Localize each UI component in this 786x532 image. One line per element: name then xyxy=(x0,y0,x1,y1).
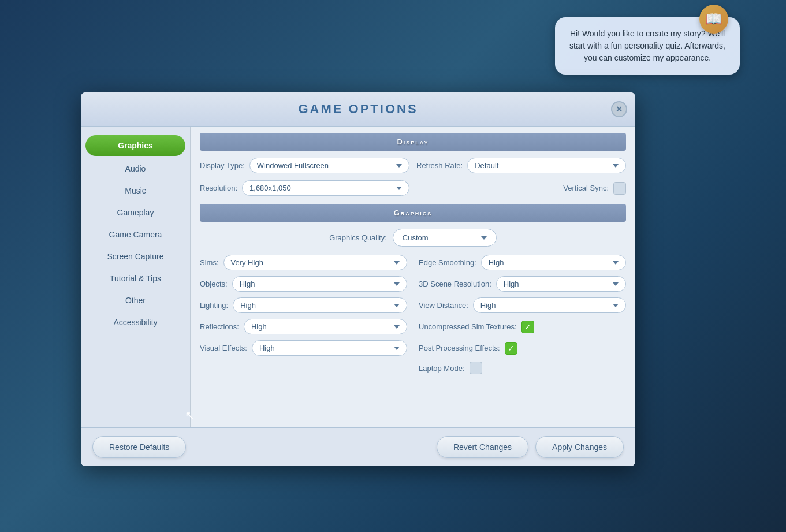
edge-smoothing-dropdown[interactable]: High xyxy=(481,255,626,270)
sims-label: Sims: xyxy=(200,258,219,267)
sidebar-item-music[interactable]: Music xyxy=(85,180,185,201)
display-type-label: Display Type: xyxy=(200,161,245,170)
lighting-label: Lighting: xyxy=(200,301,228,310)
view-distance-dropdown[interactable]: High xyxy=(473,297,626,313)
game-options-dialog: Game Options ✕ Graphics Audio Music Game… xyxy=(81,92,635,466)
refresh-rate-label: Refresh Rate: xyxy=(416,161,463,170)
refresh-rate-dropdown[interactable]: Default xyxy=(467,158,626,173)
dialog-header: Game Options ✕ xyxy=(81,92,635,127)
dropdown-arrow-icon xyxy=(396,187,402,190)
dialog-title: Game Options xyxy=(298,102,418,116)
dropdown-arrow-icon xyxy=(613,261,619,265)
view-distance-label: View Distance: xyxy=(419,301,468,310)
display-type-dropdown[interactable]: Windowed Fullscreen xyxy=(249,158,409,173)
uncompressed-textures-label: Uncompressed Sim Textures: xyxy=(419,322,517,331)
scene-resolution-dropdown[interactable]: High xyxy=(496,276,626,292)
resolution-row: Resolution: 1,680x1,050 xyxy=(200,180,409,196)
scene-resolution-row: 3D Scene Resolution: High xyxy=(419,276,626,292)
footer-right-buttons: Revert Changes Apply Changes xyxy=(437,436,624,458)
graphics-quality-label: Graphics Quality: xyxy=(329,233,387,242)
objects-label: Objects: xyxy=(200,280,228,288)
dialog-body: Graphics Audio Music Gameplay Game Camer… xyxy=(81,127,635,427)
sidebar-item-tutorial[interactable]: Tutorial & Tips xyxy=(85,268,185,289)
visual-effects-label: Visual Effects: xyxy=(200,344,247,352)
laptop-mode-checkbox[interactable] xyxy=(470,362,482,374)
sidebar-item-accessibility[interactable]: Accessibility xyxy=(85,312,185,333)
post-processing-checkbox[interactable]: ✓ xyxy=(505,342,517,355)
laptop-mode-row: Laptop Mode: xyxy=(419,362,626,374)
uncompressed-textures-row: Uncompressed Sim Textures: ✓ xyxy=(419,319,626,334)
scene-resolution-label: 3D Scene Resolution: xyxy=(419,280,491,288)
dropdown-arrow-icon xyxy=(396,164,402,168)
visual-effects-dropdown[interactable]: High xyxy=(252,340,407,356)
lighting-dropdown[interactable]: High xyxy=(233,297,407,313)
display-type-row: Display Type: Windowed Fullscreen xyxy=(200,158,409,173)
edge-smoothing-row: Edge Smoothing: High xyxy=(419,255,626,270)
dropdown-arrow-icon xyxy=(394,261,400,265)
vertical-sync-row: Vertical Sync: xyxy=(416,180,626,196)
laptop-mode-label: Laptop Mode: xyxy=(419,364,465,373)
reflections-label: Reflections: xyxy=(200,322,239,331)
tooltip-bubble: 📖 Hi! Would you like to create my story?… xyxy=(555,17,740,75)
refresh-rate-row: Refresh Rate: Default xyxy=(416,158,626,173)
post-processing-row: Post Processing Effects: ✓ xyxy=(419,340,626,356)
sidebar-item-graphics[interactable]: Graphics xyxy=(85,135,185,156)
display-settings-grid: Display Type: Windowed Fullscreen Refres… xyxy=(200,158,626,196)
objects-row: Objects: High xyxy=(200,276,407,292)
dropdown-arrow-icon xyxy=(394,347,400,350)
main-content: Display Display Type: Windowed Fullscree… xyxy=(191,127,635,427)
tooltip-icon: 📖 xyxy=(699,5,728,34)
lighting-row: Lighting: High xyxy=(200,297,407,313)
uncompressed-textures-checkbox[interactable]: ✓ xyxy=(521,321,534,333)
graphics-quality-row: Graphics Quality: Custom xyxy=(200,229,626,247)
edge-smoothing-label: Edge Smoothing: xyxy=(419,258,476,267)
apply-changes-button[interactable]: Apply Changes xyxy=(535,436,624,458)
vertical-sync-label: Vertical Sync: xyxy=(563,184,609,192)
graphics-section-header: Graphics xyxy=(200,204,626,222)
reflections-dropdown[interactable]: High xyxy=(244,319,407,334)
dialog-footer: Restore Defaults Revert Changes Apply Ch… xyxy=(81,427,635,466)
vertical-sync-checkbox[interactable] xyxy=(613,182,626,195)
post-processing-label: Post Processing Effects: xyxy=(419,344,500,352)
sidebar-item-gameplay[interactable]: Gameplay xyxy=(85,202,185,223)
sims-row: Sims: Very High xyxy=(200,255,407,270)
graphics-quality-dropdown[interactable]: Custom xyxy=(393,229,497,247)
objects-dropdown[interactable]: High xyxy=(232,276,407,292)
dropdown-arrow-icon xyxy=(481,236,487,240)
close-button[interactable]: ✕ xyxy=(611,101,627,117)
restore-defaults-button[interactable]: Restore Defaults xyxy=(92,436,186,458)
tooltip-text: Hi! Would you like to create my story? W… xyxy=(569,29,725,62)
resolution-dropdown[interactable]: 1,680x1,050 xyxy=(242,180,409,196)
sidebar: Graphics Audio Music Gameplay Game Camer… xyxy=(81,127,191,427)
view-distance-row: View Distance: High xyxy=(419,297,626,313)
sidebar-item-other[interactable]: Other xyxy=(85,290,185,311)
dropdown-arrow-icon xyxy=(394,282,400,286)
dropdown-arrow-icon xyxy=(394,304,400,307)
sidebar-item-game-camera[interactable]: Game Camera xyxy=(85,224,185,245)
display-section-header: Display xyxy=(200,133,626,151)
visual-effects-row: Visual Effects: High xyxy=(200,340,407,356)
resolution-label: Resolution: xyxy=(200,184,237,192)
revert-changes-button[interactable]: Revert Changes xyxy=(437,436,528,458)
dropdown-arrow-icon xyxy=(394,325,400,329)
sidebar-item-audio[interactable]: Audio xyxy=(85,158,185,179)
dropdown-arrow-icon xyxy=(613,164,619,168)
dropdown-arrow-icon xyxy=(613,304,619,307)
graphics-settings-grid: Sims: Very High Edge Smoothing: High xyxy=(200,255,626,374)
reflections-row: Reflections: High xyxy=(200,319,407,334)
sims-dropdown[interactable]: Very High xyxy=(223,255,408,270)
dropdown-arrow-icon xyxy=(613,282,619,286)
sidebar-item-screen-capture[interactable]: Screen Capture xyxy=(85,246,185,267)
